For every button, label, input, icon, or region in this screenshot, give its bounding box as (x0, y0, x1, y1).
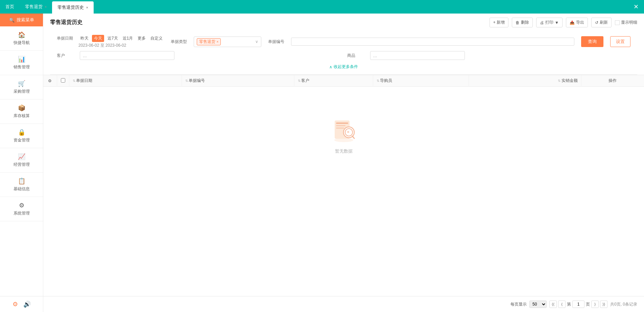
export-label: 导出 (576, 20, 584, 25)
goods-dots: ... (373, 53, 377, 58)
search-icon: 🔍 (9, 18, 15, 23)
table-wrapper: ⚙ ⇅ 单据日期 ⇅ 单据编号 (43, 75, 644, 296)
header-actions: + 新增 🗑 删除 🖨 打印 ▼ 📤 导出 ↺ (490, 18, 637, 27)
sidebar-item-system[interactable]: ⚙ 系统管理 (0, 197, 43, 221)
refresh-icon: ↺ (595, 20, 598, 25)
sidebar-item-inventory[interactable]: 📦 库存核算 (0, 99, 43, 124)
sidebar-search-label: 搜索菜单 (17, 17, 34, 23)
data-table: ⚙ ⇅ 单据日期 ⇅ 单据编号 (43, 75, 644, 87)
delete-icon: 🗑 (516, 20, 520, 25)
sidebar-item-finance[interactable]: 🔒 资金管理 (0, 124, 43, 148)
date-option-yesterday[interactable]: 昨天 (79, 35, 90, 42)
sidebar-item-basic[interactable]: 📋 基础信息 (0, 173, 43, 197)
svg-line-7 (352, 136, 354, 138)
first-page-button[interactable]: ⟨⟨ (549, 300, 557, 308)
add-button[interactable]: + 新增 (490, 18, 508, 27)
prev-page-button[interactable]: ⟨ (558, 300, 566, 308)
sidebar-search[interactable]: 🔍 搜索菜单 (0, 14, 43, 26)
display-detail-checkbox[interactable] (615, 20, 620, 25)
pagination-nav: ⟨⟨ ⟨ 第 页 ⟩ ⟩⟩ (549, 300, 607, 308)
top-bar: 首页 零售退货 × 零售退货历史 × ✕ (0, 0, 644, 14)
main-layout: 🔍 搜索菜单 🏠 快捷导航 📊 销售管理 🛒 采购管理 📦 库存核算 🔒 资金管… (0, 14, 644, 312)
filter-area: 单据日期 昨天 今天 近7天 近1月 更多 自定义 2023-06-02 至 2… (50, 31, 637, 75)
refresh-button[interactable]: ↺ 刷新 (591, 18, 612, 27)
next-page-button[interactable]: ⟩ (591, 300, 599, 308)
sidebar-item-purchase[interactable]: 🛒 采购管理 (0, 75, 43, 99)
sidebar-item-operation-label: 经营管理 (14, 162, 30, 168)
date-label: 单据日期 (57, 36, 77, 41)
tab-retail-return[interactable]: 零售退货 × (20, 0, 52, 14)
query-button[interactable]: 查询 (581, 36, 603, 47)
date-option-custom[interactable]: 自定义 (149, 35, 164, 42)
tab-home-label: 首页 (5, 4, 14, 10)
display-detail-toggle[interactable]: 显示明细 (615, 20, 637, 25)
date-option-today[interactable]: 今天 (92, 35, 104, 42)
customer-input[interactable]: ... (80, 51, 174, 60)
select-all-checkbox[interactable] (61, 78, 65, 83)
set-button[interactable]: 设置 (610, 36, 630, 47)
th-number: ⇅ 单据编号 (182, 75, 294, 87)
type-select[interactable]: 零售退货 × ∨ (194, 37, 261, 47)
date-option-1month[interactable]: 近1月 (121, 35, 135, 42)
settings-table-icon[interactable]: ⚙ (48, 79, 52, 83)
page-header: 零售退货历史 + 新增 🗑 删除 🖨 打印 ▼ 📤 导出 (43, 14, 644, 75)
th-settings[interactable]: ⚙ (43, 75, 57, 87)
pagination: 每页显示 50 10 20 100 ⟨⟨ ⟨ 第 页 ⟩ ⟩⟩ 共0页, 0条记… (43, 296, 644, 312)
tab-retail-return-history-label: 零售退货历史 (57, 4, 84, 10)
th-amount: ⇅ 实销金额 (469, 75, 581, 87)
goods-input[interactable]: ... (370, 51, 465, 60)
sidebar-item-sales[interactable]: 📊 销售管理 (0, 51, 43, 75)
page-number-input[interactable] (572, 300, 585, 308)
filter-row-1: 单据日期 昨天 今天 近7天 近1月 更多 自定义 2023-06-02 至 2… (57, 35, 630, 48)
sort-date-icon[interactable]: ⇅ (73, 79, 76, 83)
date-options: 昨天 今天 近7天 近1月 更多 自定义 (79, 35, 164, 42)
tab-retail-return-close[interactable]: × (45, 5, 47, 9)
filter-row-2: 客户 ... 商品 ... (57, 51, 630, 60)
date-option-7days[interactable]: 近7天 (106, 35, 119, 42)
purchase-icon: 🛒 (18, 80, 25, 87)
settings-icon[interactable]: ⚙ (13, 300, 18, 308)
print-button[interactable]: 🖨 打印 ▼ (536, 18, 563, 27)
empty-illustration (329, 114, 359, 144)
sidebar-item-quick-nav[interactable]: 🏠 快捷导航 (0, 26, 43, 51)
tab-home[interactable]: 首页 (0, 0, 20, 14)
number-input[interactable] (291, 38, 574, 46)
finance-icon: 🔒 (18, 129, 25, 136)
svg-rect-3 (336, 125, 345, 126)
date-filter: 单据日期 昨天 今天 近7天 近1月 更多 自定义 2023-06-02 至 2… (57, 35, 164, 48)
print-arrow-icon: ▼ (555, 20, 559, 25)
per-page-select[interactable]: 50 10 20 100 (529, 300, 547, 308)
delete-button[interactable]: 🗑 删除 (512, 18, 533, 27)
display-detail-label: 显示明细 (621, 20, 637, 25)
sort-customer-icon[interactable]: ⇅ (298, 79, 302, 83)
type-tag-remove[interactable]: × (216, 40, 218, 44)
sort-number-icon[interactable]: ⇅ (185, 79, 189, 83)
print-label: 打印 (545, 20, 553, 25)
operation-icon: 📈 (18, 153, 25, 160)
collapse-button[interactable]: ∧ 收起更多条件 (57, 63, 630, 71)
empty-text: 暂无数据 (335, 148, 353, 154)
number-label: 单据编号 (268, 39, 288, 45)
th-guide: ⇅ 导购员 (373, 75, 469, 87)
sidebar-bottom: ⚙ 🔊 (0, 296, 43, 312)
sidebar-item-operation[interactable]: 📈 经营管理 (0, 148, 43, 173)
last-page-button[interactable]: ⟩⟩ (600, 300, 607, 308)
sort-amount-icon[interactable]: ⇅ (558, 79, 562, 83)
customer-dots: ... (83, 53, 87, 58)
tab-retail-return-history[interactable]: 零售退货历史 × (52, 1, 93, 14)
date-range-value: 2023-06-02 至 2023-06-02 (78, 43, 126, 48)
page-header-top: 零售退货历史 + 新增 🗑 删除 🖨 打印 ▼ 📤 导出 (50, 18, 637, 27)
page-unit-label: 页 (586, 302, 590, 307)
export-icon: 📤 (570, 20, 575, 25)
export-button[interactable]: 📤 导出 (566, 18, 588, 27)
customer-filter: 客户 ... (57, 51, 340, 60)
sort-guide-icon[interactable]: ⇅ (377, 79, 380, 83)
empty-state: 暂无数据 (43, 87, 644, 181)
top-bar-close[interactable]: ✕ (628, 3, 644, 10)
number-filter: 单据编号 (268, 38, 574, 46)
date-option-more[interactable]: 更多 (136, 35, 147, 42)
tab-retail-return-history-close[interactable]: × (86, 5, 88, 9)
sidebar-item-finance-label: 资金管理 (14, 137, 30, 143)
sound-icon[interactable]: 🔊 (23, 300, 31, 308)
th-checkbox[interactable] (57, 75, 69, 87)
